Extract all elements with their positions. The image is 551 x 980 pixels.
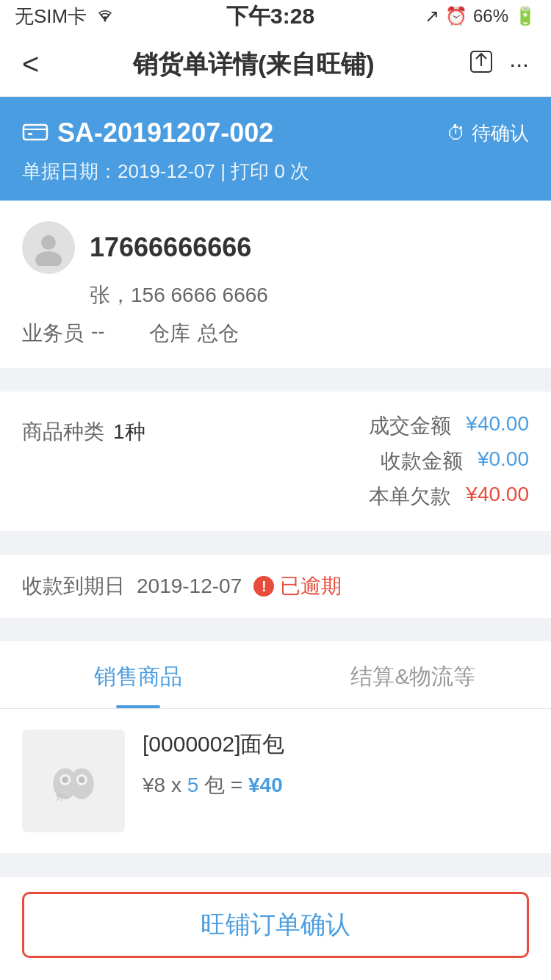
status-text: 待确认 <box>472 120 529 146</box>
svg-rect-3 <box>24 125 47 140</box>
balance-value: ¥40.00 <box>466 483 529 511</box>
order-status: ⏱ 待确认 <box>447 120 529 146</box>
product-type-group: 商品种类 1种 <box>22 412 145 446</box>
equals-sign: = <box>231 774 248 796</box>
order-header: SA-20191207-002 ⏱ 待确认 单据日期：2019-12-07 | … <box>0 97 551 201</box>
status-right: ↗ ⏰ 66% 🔋 <box>425 6 536 26</box>
page-title: 销货单详情(来自旺铺) <box>133 48 375 82</box>
deal-amount-value: ¥40.00 <box>466 412 529 440</box>
svg-point-11 <box>62 777 68 783</box>
price-multiplier: x <box>171 774 187 796</box>
battery-icon: 🔋 <box>514 6 536 26</box>
alarm-icon: ⏰ <box>445 6 467 26</box>
battery-level: 66% <box>473 6 508 26</box>
svg-rect-4 <box>28 133 32 135</box>
nav-actions: ··· <box>468 48 529 81</box>
tab-products[interactable]: 销售商品 <box>0 641 276 708</box>
svg-point-5 <box>41 235 56 250</box>
status-bar: 无SIM卡 下午3:28 ↗ ⏰ 66% 🔋 <box>0 0 551 32</box>
quantity-value: 5 <box>187 774 199 796</box>
received-label: 收款金额 <box>381 447 463 475</box>
product-thumbnail: 野+ <box>22 729 125 832</box>
customer-section: 17666666666 张，156 6666 6666 业务员 -- 仓库 总仓 <box>0 201 551 368</box>
divider-2 <box>0 543 551 555</box>
salesman-value: -- <box>91 320 105 347</box>
order-id: SA-20191207-002 <box>57 118 273 148</box>
clock-icon: ⏱ <box>447 122 466 145</box>
wifi-icon <box>94 5 116 28</box>
unit-label: 包 <box>204 774 225 796</box>
order-icon <box>22 120 48 146</box>
confirm-order-button[interactable]: 旺铺订单确认 <box>22 892 529 958</box>
summary-section: 商品种类 1种 成交金额 ¥40.00 收款金额 ¥0.00 本单欠款 ¥40.… <box>0 392 551 531</box>
overdue-icon: ! <box>253 576 274 597</box>
products-section: 野+ [0000002]面包 ¥8 x 5 包 = ¥40 <box>0 709 551 853</box>
tabs-section: 销售商品 结算&物流等 <box>0 641 551 709</box>
product-type-value: 1种 <box>113 418 145 446</box>
status-time: 下午3:28 <box>226 1 314 32</box>
tab-settlement[interactable]: 结算&物流等 <box>276 641 551 708</box>
overdue-text: 已逾期 <box>280 572 342 600</box>
location-icon: ↗ <box>425 6 439 26</box>
nav-bar: < 销货单详情(来自旺铺) ··· <box>0 32 551 97</box>
product-item: 野+ [0000002]面包 ¥8 x 5 包 = ¥40 <box>0 709 551 853</box>
amount-group: 成交金额 ¥40.00 收款金额 ¥0.00 本单欠款 ¥40.00 <box>369 412 529 511</box>
sim-status: 无SIM卡 <box>15 4 87 29</box>
due-date-label: 收款到期日 <box>22 572 125 600</box>
due-date-value: 2019-12-07 <box>137 574 242 598</box>
deal-amount-label: 成交金额 <box>369 412 451 440</box>
balance-label: 本单欠款 <box>369 483 451 511</box>
warehouse-label: 仓库 <box>149 320 190 347</box>
due-section: 收款到期日 2019-12-07 ! 已逾期 <box>0 555 551 618</box>
divider-1 <box>0 380 551 392</box>
svg-point-0 <box>104 19 107 21</box>
more-button[interactable]: ··· <box>509 51 529 78</box>
share-button[interactable] <box>468 48 494 81</box>
product-price: ¥8 x 5 包 = ¥40 <box>143 771 529 799</box>
svg-point-12 <box>79 777 85 783</box>
order-date: 单据日期：2019-12-07 | 打印 0 次 <box>22 159 529 184</box>
bottom-bar: 旺铺订单确认 <box>0 877 551 980</box>
warehouse-value: 总仓 <box>198 320 239 347</box>
customer-phone: 17666666666 <box>90 232 251 263</box>
svg-text:野+: 野+ <box>56 793 68 801</box>
status-left: 无SIM卡 <box>15 4 116 29</box>
product-name: [0000002]面包 <box>143 729 529 760</box>
customer-meta: 业务员 -- 仓库 总仓 <box>22 320 529 347</box>
total-value: ¥40 <box>248 774 283 796</box>
customer-name: 张，156 6666 6666 <box>22 281 529 309</box>
avatar <box>22 221 75 274</box>
product-type-label: 商品种类 <box>22 418 104 446</box>
overdue-badge: ! 已逾期 <box>253 572 342 600</box>
tabs: 销售商品 结算&物流等 <box>0 641 551 708</box>
back-button[interactable]: < <box>22 48 39 81</box>
divider-3 <box>0 630 551 641</box>
product-info: [0000002]面包 ¥8 x 5 包 = ¥40 <box>143 729 529 799</box>
salesman-label: 业务员 <box>22 320 84 347</box>
svg-point-6 <box>35 251 62 266</box>
received-value: ¥0.00 <box>478 447 529 475</box>
price-value: ¥8 <box>143 774 165 796</box>
